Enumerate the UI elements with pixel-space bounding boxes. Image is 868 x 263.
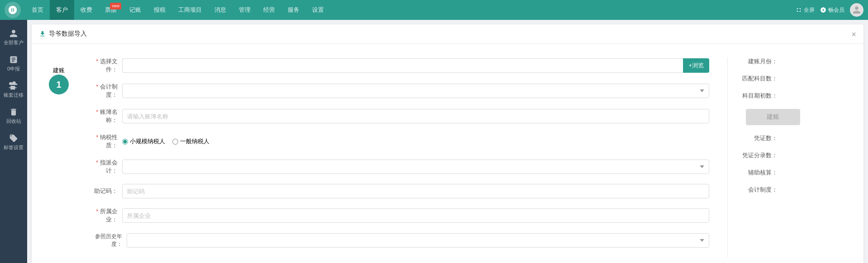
voucher-label: 凭证数： <box>737 134 782 142</box>
accountant-label: 指派会计： <box>86 159 122 175</box>
step-label: 建账 <box>53 66 65 75</box>
step-indicator: 建账 1 <box>32 57 86 257</box>
import-icon <box>39 30 46 38</box>
sidebar-item-account-migrate[interactable]: 账套迁移 <box>0 77 27 103</box>
tax-small-text: 小规模纳税人 <box>130 137 165 146</box>
company-row: 所属企业： <box>86 207 709 224</box>
tax-general-radio[interactable] <box>172 139 178 145</box>
sidebar-item-all-customers[interactable]: 全部客户 <box>0 24 27 51</box>
top-navigation: 首页 客户 收费 票据 new 记账 报税 工商项目 消息 管理 经营 服务 设… <box>0 0 868 20</box>
nav-items: 首页 客户 收费 票据 new 记账 报税 工商项目 消息 管理 经营 服务 设… <box>25 0 796 20</box>
accounting-system-label: 会计制度： <box>737 186 782 194</box>
create-account-button[interactable]: 建账 <box>746 109 800 125</box>
subject-initial-label: 科目期初数： <box>737 92 782 100</box>
sidebar-label-declare: 0申报 <box>7 66 20 72</box>
file-row: 选择文件： +浏览 <box>86 57 709 74</box>
sidebar: 全部客户 0申报 账套迁移 回收站 标签设置 <box>0 20 27 263</box>
match-subject-row: 匹配科目数： <box>737 75 854 83</box>
main-content: 导爷数据导入 × 建账 1 选择文件： +浏览 <box>27 20 868 263</box>
avatar[interactable] <box>850 3 863 17</box>
nav-message[interactable]: 消息 <box>208 0 232 20</box>
voucher-entries-row: 凭证分录数： <box>737 151 854 160</box>
tax-general-label[interactable]: 一般纳税人 <box>172 137 209 146</box>
auxiliary-row: 辅助核算： <box>737 169 854 177</box>
form-left: 选择文件： +浏览 会计制度： 账簿名称： <box>86 57 718 257</box>
sidebar-label-all-customers: 全部客户 <box>4 39 24 46</box>
voucher-entries-label: 凭证分录数： <box>737 151 782 160</box>
month-row: 建账月份： <box>737 57 854 66</box>
app-logo[interactable] <box>5 2 21 18</box>
match-subject-label: 匹配科目数： <box>737 75 782 83</box>
member-btn[interactable]: 畅会员 <box>820 6 844 14</box>
fullscreen-label: 全屏 <box>804 6 815 14</box>
nav-settings[interactable]: 设置 <box>306 0 330 20</box>
dialog-title: 导爷数据导入 <box>49 30 87 38</box>
month-label: 建账月份： <box>737 57 782 66</box>
sidebar-item-declare[interactable]: 0申报 <box>0 51 27 77</box>
memo-row: 助记码： <box>86 184 709 198</box>
nav-invoice[interactable]: 票据 new <box>99 0 123 20</box>
fullscreen-btn[interactable]: 全屏 <box>796 6 815 14</box>
history-year-select[interactable] <box>127 233 709 248</box>
tax-small-label[interactable]: 小规模纳税人 <box>122 137 165 146</box>
accounting-label: 会计制度： <box>86 83 122 99</box>
ledger-name-row: 账簿名称： <box>86 108 709 124</box>
accounting-select[interactable] <box>122 84 709 98</box>
ledger-name-input[interactable] <box>122 109 709 123</box>
sidebar-item-recycle[interactable]: 回收站 <box>0 103 27 129</box>
dialog-card: 导爷数据导入 × 建账 1 选择文件： +浏览 <box>32 24 863 263</box>
member-label: 畅会员 <box>828 6 844 14</box>
dialog-close-button[interactable]: × <box>851 30 856 39</box>
tax-type-row: 纳税性质： 小规模纳税人 一般纳税人 <box>86 133 709 150</box>
dialog-header: 导爷数据导入 <box>32 24 863 44</box>
sidebar-label-tag-settings: 标签设置 <box>4 144 24 151</box>
accounting-row: 会计制度： <box>86 83 709 99</box>
new-badge: new <box>110 3 121 9</box>
ledger-name-label: 账簿名称： <box>86 108 122 124</box>
subject-initial-row: 科目期初数： <box>737 92 854 100</box>
nav-manage[interactable]: 管理 <box>232 0 257 20</box>
nav-right: 全屏 畅会员 <box>796 3 863 17</box>
tax-type-label: 纳税性质： <box>86 133 122 150</box>
file-input[interactable] <box>122 58 683 73</box>
form-divider <box>727 57 728 257</box>
accountant-select[interactable] <box>122 160 709 174</box>
nav-home[interactable]: 首页 <box>25 0 50 20</box>
sidebar-item-tag-settings[interactable]: 标签设置 <box>0 129 27 155</box>
history-year-row: 参照历史年度： <box>86 233 709 248</box>
browse-button[interactable]: +浏览 <box>683 58 709 73</box>
auxiliary-label: 辅助核算： <box>737 169 782 177</box>
file-input-group: +浏览 <box>122 58 709 73</box>
file-label: 选择文件： <box>86 57 122 74</box>
nav-industry[interactable]: 工商项目 <box>172 0 208 20</box>
history-year-label: 参照历史年度： <box>86 233 127 248</box>
form-area: 建账 1 选择文件： +浏览 会计制度： <box>32 44 863 263</box>
form-right: 建账月份： 匹配科目数： 科目期初数： 建账 凭证数： <box>737 57 863 257</box>
tax-type-group: 小规模纳税人 一般纳税人 <box>122 137 209 146</box>
memo-input[interactable] <box>122 184 709 198</box>
nav-tax[interactable]: 报税 <box>147 0 172 20</box>
nav-finance[interactable]: 经营 <box>257 0 281 20</box>
nav-customer[interactable]: 客户 <box>50 0 74 20</box>
accounting-system-row: 会计制度： <box>737 186 854 194</box>
step-circle: 1 <box>49 75 69 94</box>
company-label: 所属企业： <box>86 207 122 224</box>
sidebar-label-account-migrate: 账套迁移 <box>4 92 24 99</box>
sidebar-label-recycle: 回收站 <box>6 118 21 125</box>
tax-small-radio[interactable] <box>122 139 128 145</box>
voucher-row: 凭证数： <box>737 134 854 142</box>
accountant-row: 指派会计： <box>86 159 709 175</box>
nav-billing[interactable]: 收费 <box>74 0 99 20</box>
nav-account[interactable]: 记账 <box>123 0 147 20</box>
tax-general-text: 一般纳税人 <box>180 137 209 146</box>
nav-service[interactable]: 服务 <box>281 0 306 20</box>
company-input[interactable] <box>122 208 709 223</box>
memo-label: 助记码： <box>86 187 122 195</box>
